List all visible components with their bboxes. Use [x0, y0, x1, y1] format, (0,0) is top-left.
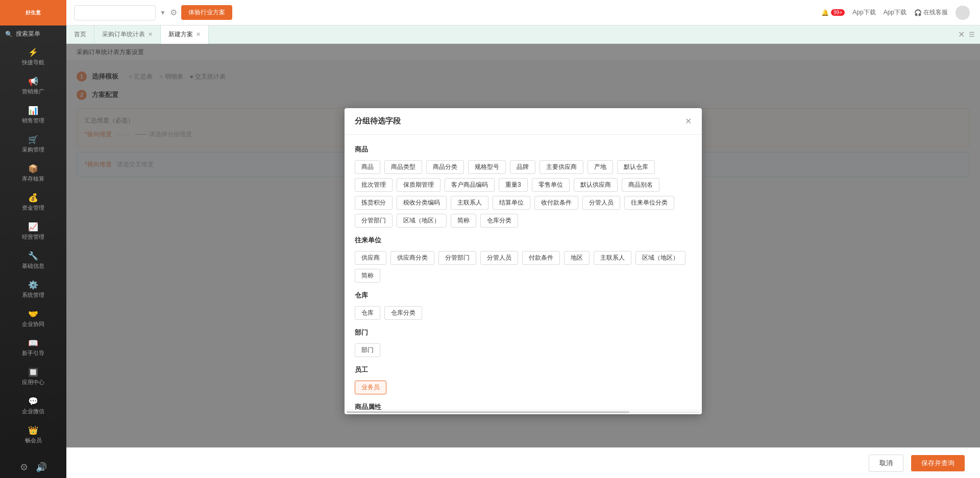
field-shangpin-sp16[interactable]: 拣货积分 — [355, 196, 393, 210]
book-icon: 📖 — [28, 338, 38, 348]
tab-close-all[interactable]: ✕ — [958, 30, 965, 39]
section-bumen-fields: 部门 — [355, 343, 692, 357]
field-shangpin-sp23[interactable]: 分管部门 — [355, 214, 393, 228]
tab-xinjian[interactable]: 新建方案 ✕ — [161, 26, 209, 44]
sidebar-item-xinshou[interactable]: 📖 新手引导 — [0, 333, 66, 362]
field-shangpin-sp13[interactable]: 零售单位 — [532, 178, 570, 192]
tab-home-label: 首页 — [74, 30, 86, 39]
topbar-search-input[interactable] — [74, 5, 156, 20]
sidebar-item-caigou[interactable]: 🛒 采购管理 — [0, 130, 66, 159]
sidebar-item-jingying[interactable]: 📈 经营管理 — [0, 217, 66, 246]
settings-bottom-icon[interactable]: ⚙ — [20, 462, 28, 473]
cart-icon: 🛒 — [28, 135, 38, 144]
field-shangpin-sp3[interactable]: 商品分类 — [426, 160, 464, 174]
field-shangpin-sp2[interactable]: 商品类型 — [384, 160, 422, 174]
field-wanglai-wl8[interactable]: 区域（地区） — [635, 251, 685, 265]
field-wanglai-wl2[interactable]: 供应商分类 — [390, 251, 434, 265]
app-download-text[interactable]: App下载 — [884, 8, 906, 17]
sidebar: 好生意 🔍 搜索菜单 ⚡ 快捷导航 📢 营销推广 📊 销售管理 🛒 采购管理 📦… — [0, 0, 66, 478]
field-yuangong-yg1[interactable]: 业务员 — [355, 381, 386, 394]
field-shangpin-sp18[interactable]: 主联系人 — [451, 196, 488, 210]
sidebar-logo: 好生意 — [0, 0, 66, 26]
field-shangpin-sp8[interactable]: 默认仓库 — [617, 160, 655, 174]
topbar-right: 🔔 99+ App下载 App下载 🎧 在线客服 — [821, 6, 980, 20]
field-shangpin-sp17[interactable]: 税收分类编码 — [397, 196, 447, 210]
field-shangpin-sp26[interactable]: 仓库分类 — [480, 214, 518, 228]
field-shangpin-sp21[interactable]: 分管人员 — [582, 196, 620, 210]
avatar[interactable] — [955, 6, 970, 20]
field-shangpin-sp19[interactable]: 结算单位 — [493, 196, 530, 210]
field-shangpin-sp7[interactable]: 产地 — [587, 160, 613, 174]
sidebar-item-xitong[interactable]: ⚙️ 系统管理 — [0, 275, 66, 304]
experience-btn[interactable]: 体验行业方案 — [181, 5, 232, 20]
tab-caigou[interactable]: 采购订单统计表 ✕ — [94, 26, 161, 44]
field-wanglai-wl9[interactable]: 简称 — [355, 269, 380, 283]
sidebar-item-yingxiao[interactable]: 📢 营销推广 — [0, 71, 66, 100]
sidebar-item-label: 系统管理 — [22, 291, 44, 299]
tab-home[interactable]: 首页 — [66, 26, 94, 44]
field-wanglai-wl1[interactable]: 供应商 — [355, 251, 386, 265]
section-yuangong-title: 员工 — [355, 365, 692, 374]
volume-icon[interactable]: 🔊 — [36, 462, 47, 473]
search-icon: 🔍 — [5, 31, 13, 38]
app-download-link[interactable]: App下载 — [852, 8, 875, 17]
field-cangku-ck2[interactable]: 仓库分类 — [384, 306, 422, 320]
wrench-icon: 🔧 — [28, 251, 38, 261]
field-shangpin-sp14[interactable]: 默认供应商 — [574, 178, 618, 192]
tab-caigou-label: 采购订单统计表 — [102, 30, 145, 39]
field-wanglai-wl4[interactable]: 分管人员 — [480, 251, 518, 265]
section-bumen-title: 部门 — [355, 328, 692, 337]
section-shangpin-title: 商品 — [355, 145, 692, 154]
field-wanglai-wl5[interactable]: 付款条件 — [522, 251, 560, 265]
tab-xinjian-close[interactable]: ✕ — [196, 31, 201, 38]
field-shangpin-sp20[interactable]: 收付款条件 — [534, 196, 578, 210]
field-shangpin-sp6[interactable]: 主要供应商 — [540, 160, 583, 174]
field-shangpin-sp25[interactable]: 简称 — [451, 214, 476, 228]
sidebar-item-label: 资金管理 — [22, 204, 44, 212]
topbar-settings-icon[interactable]: ⚙ — [170, 8, 177, 17]
field-wanglai-wl6[interactable]: 地区 — [564, 251, 590, 265]
handshake-icon: 🤝 — [28, 309, 38, 319]
field-wanglai-wl7[interactable]: 主联系人 — [594, 251, 631, 265]
cancel-button[interactable]: 取消 — [869, 455, 903, 472]
dialog-body[interactable]: 商品 商品 商品类型 商品分类 规格型号 品牌 主要供应商 产地 默认仓库 批次… — [345, 135, 702, 410]
sidebar-item-jichu[interactable]: 🔧 基础信息 — [0, 246, 66, 275]
dialog-close-btn[interactable]: ✕ — [685, 116, 692, 126]
field-shangpin-sp9[interactable]: 批次管理 — [355, 178, 393, 192]
sidebar-item-zijin[interactable]: 💰 资金管理 — [0, 188, 66, 217]
sidebar-item-qiyewei[interactable]: 💬 企业微信 — [0, 391, 66, 420]
field-shangpin-sp11[interactable]: 客户商品编码 — [445, 178, 495, 192]
field-shangpin-sp24[interactable]: 区域（地区） — [397, 214, 447, 228]
sidebar-item-kuaijie[interactable]: ⚡ 快捷导航 — [0, 42, 66, 71]
field-shangpin-sp12[interactable]: 重量3 — [499, 178, 528, 192]
sidebar-item-label: 快捷导航 — [22, 59, 44, 66]
box-icon: 📦 — [28, 164, 38, 173]
field-wanglai-wl3[interactable]: 分管部门 — [438, 251, 476, 265]
tab-caigou-close[interactable]: ✕ — [148, 31, 153, 38]
field-shangpin-sp5[interactable]: 品牌 — [510, 160, 535, 174]
field-cangku-ck1[interactable]: 仓库 — [355, 306, 380, 320]
save-button[interactable]: 保存并查询 — [911, 455, 965, 471]
sidebar-item-chang[interactable]: 👑 畅会员 — [0, 420, 66, 449]
gear-icon: ⚙️ — [28, 280, 38, 290]
field-shangpin-sp22[interactable]: 往来单位分类 — [624, 196, 674, 210]
sidebar-item-label: 企业协同 — [22, 320, 44, 328]
flash-icon: ⚡ — [28, 47, 38, 57]
sidebar-bottom: ⚙ 🔊 — [20, 457, 47, 478]
sidebar-item-qiye[interactable]: 🤝 企业协同 — [0, 304, 66, 333]
sidebar-item-kucun[interactable]: 📦 库存核算 — [0, 159, 66, 188]
sidebar-item-xiaoshou[interactable]: 📊 销售管理 — [0, 100, 66, 130]
topbar: ▼ ⚙ 体验行业方案 🔔 99+ App下载 App下载 🎧 在线客服 — [66, 0, 980, 26]
online-service-link[interactable]: 🎧 在线客服 — [914, 8, 948, 17]
topbar-dropdown-icon[interactable]: ▼ — [160, 9, 166, 16]
field-shangpin-sp4[interactable]: 规格型号 — [468, 160, 506, 174]
headset-icon: 🎧 — [914, 9, 922, 16]
sidebar-search[interactable]: 🔍 搜索菜单 — [0, 26, 66, 42]
tab-menu-icon[interactable]: ☰ — [969, 31, 975, 38]
field-shangpin-sp15[interactable]: 商品别名 — [622, 178, 659, 192]
notification-area[interactable]: 🔔 99+ — [821, 9, 845, 16]
sidebar-item-yingyong[interactable]: 🔲 应用中心 — [0, 362, 66, 391]
field-shangpin-sp10[interactable]: 保质期管理 — [397, 178, 440, 192]
field-bumen-bm1[interactable]: 部门 — [355, 343, 380, 357]
field-shangpin-sp1[interactable]: 商品 — [355, 160, 380, 174]
